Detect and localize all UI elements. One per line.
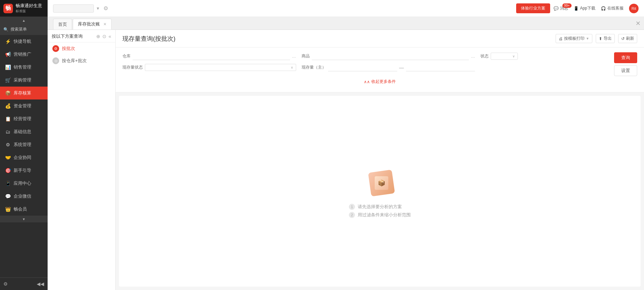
left-panel-item-label: 按仓库+批次 [62, 58, 87, 64]
refresh-btn[interactable]: ↺ 刷新 [618, 34, 637, 43]
sidebar-item-newbie[interactable]: 🎯 新手引导 [0, 164, 48, 177]
print-icon: 🖨 [559, 36, 563, 41]
tip-num: 1 [349, 204, 355, 210]
settings-icon[interactable]: ⚙ [3, 281, 8, 287]
sidebar-item-purchase[interactable]: 🛒 采购管理 [0, 74, 48, 87]
left-panel-item-by-batch[interactable]: ⚙ 按批次 [48, 42, 115, 55]
sidebar-item-wechat[interactable]: 💬 企业微信 [0, 190, 48, 203]
sidebar-search-label: 搜索菜单 [11, 26, 27, 32]
sidebar-item-app-center[interactable]: 📱 应用中心 [0, 177, 48, 190]
tab-close-page-icon[interactable]: ✕ [635, 20, 641, 27]
left-panel-collapse-icon[interactable]: « [108, 34, 111, 39]
left-panel-add-icon[interactable]: ⊕ [96, 34, 100, 39]
print-chevron-icon: ▼ [586, 37, 589, 40]
topbar-gear-icon[interactable]: ⚙ [103, 5, 108, 12]
user-avatar-item[interactable]: Rit [629, 4, 639, 13]
sidebar-item-marketing[interactable]: 📢 营销推广 [0, 48, 48, 61]
breadcrumb-input[interactable] [53, 4, 94, 13]
newbie-icon: 🎯 [5, 167, 11, 174]
stock-status-label: 现存量状态 [122, 65, 143, 70]
stock-qty-max-input[interactable] [406, 64, 475, 71]
status-label: 状态 [480, 53, 489, 59]
left-panel: 按以下方案查询 ⊕ ⊙ « ⚙ 按批次⊙ 按仓库+批次 [48, 30, 116, 290]
stock-qty-dash: — [399, 65, 404, 70]
messages-icon: 💬 [554, 6, 559, 11]
topbar: ▼ ⚙ 体验行业方案 💬 消息 99+ 📱 App下载 🎧 在线客服 Rit [48, 0, 644, 17]
sidebar-search-item[interactable]: 🔍 搜索菜单 [0, 24, 48, 35]
filter-stock-status: 现存量状态 ∨ [122, 64, 296, 71]
app-download-item[interactable]: 📱 App下载 [574, 5, 595, 11]
export-btn[interactable]: ⬆ 导出 [596, 34, 615, 43]
filter-row-1: 仓库 … 商品 … 状态 [122, 52, 611, 60]
query-button[interactable]: 查询 [614, 52, 637, 63]
sidebar-item-system[interactable]: ⚙ 系统管理 [0, 138, 48, 151]
sidebar-item-finance[interactable]: 💰 资金管理 [0, 99, 48, 112]
page-header: 现存量查询(按批次) 🖨 按模板打印 ▼ ⬆ 导出 ↺ 刷新 [116, 30, 644, 48]
filter-warehouse: 仓库 … [122, 52, 296, 60]
set-button[interactable]: 设置 [614, 65, 637, 76]
tip-text: 用过滤条件来缩小分析范围 [358, 212, 411, 218]
tab-home[interactable]: 首页 [53, 19, 72, 30]
operation-icon: 📋 [5, 116, 11, 122]
filter-row-2: 现存量状态 ∨ 现存量（主） — [122, 64, 611, 71]
app-download-icon: 📱 [574, 6, 579, 11]
tab-close-icon[interactable]: ✕ [103, 22, 106, 26]
sidebar-item-label: 资金管理 [14, 103, 31, 109]
export-label: 导出 [604, 36, 612, 41]
experience-btn[interactable]: 体验行业方案 [516, 3, 550, 13]
warehouse-input[interactable] [133, 52, 290, 60]
product-label: 商品 [302, 53, 310, 59]
refresh-label: 刷新 [626, 36, 634, 41]
empty-tips: 1 请先选择要分析的方案2 用过滤条件来缩小分析范围 [349, 204, 411, 218]
sidebar-item-sales[interactable]: 📊 销售管理 [0, 61, 48, 74]
tab-inventory-batch[interactable]: 库存批次账 ✕ [73, 19, 112, 30]
enterprise-icon: 🤝 [5, 155, 11, 161]
messages-item[interactable]: 💬 消息 99+ [554, 5, 568, 11]
sidebar-item-operation[interactable]: 📋 经营管理 [0, 112, 48, 125]
messages-badge: 99+ [562, 3, 572, 8]
sidebar-subtitle: 标准版 [16, 9, 42, 14]
sidebar-brand: 畅康通好生意 标准版 [16, 3, 42, 14]
breadcrumb-chevron-icon[interactable]: ▼ [96, 6, 100, 11]
member-icon: 👑 [5, 206, 11, 212]
print-btn[interactable]: 🖨 按模板打印 ▼ [556, 34, 592, 43]
left-panel-title: 按以下方案查询 [52, 33, 83, 39]
stock-qty-label: 现存量（主） [302, 65, 326, 70]
left-panel-item-by-warehouse-batch[interactable]: ⊙ 按仓库+批次 [48, 55, 115, 67]
print-label: 按模板打印 [564, 36, 584, 41]
tip-text: 请先选择要分析的方案 [358, 204, 402, 210]
online-service-item[interactable]: 🎧 在线客服 [601, 5, 624, 11]
main-area: ▼ ⚙ 体验行业方案 💬 消息 99+ 📱 App下载 🎧 在线客服 Rit [48, 0, 644, 290]
warehouse-more-icon[interactable]: … [292, 54, 296, 59]
stock-status-select[interactable]: ∨ [145, 64, 296, 71]
stock-qty-min-input[interactable] [328, 64, 397, 71]
collapse-sidebar-icon[interactable]: ◀◀ [37, 281, 44, 287]
sidebar-scroll-up[interactable]: ▲ [0, 17, 48, 24]
tab-inventory-batch-label: 库存批次账 [78, 21, 100, 27]
sidebar-item-quick-nav[interactable]: ⚡ 快捷导航 [0, 35, 48, 48]
sidebar-item-label: 企业微信 [14, 193, 31, 199]
empty-tip-2: 2 用过滤条件来缩小分析范围 [349, 212, 411, 218]
status-select[interactable]: ∨ [491, 53, 518, 60]
product-more-icon[interactable]: … [471, 54, 475, 59]
topbar-breadcrumb: ▼ ⚙ [53, 4, 513, 13]
inventory-icon: 📦 [5, 90, 11, 96]
page-header-actions: 🖨 按模板打印 ▼ ⬆ 导出 ↺ 刷新 [556, 34, 637, 43]
left-panel-settings-icon[interactable]: ⊙ [102, 34, 106, 39]
sidebar-item-label: 营销推广 [14, 51, 31, 57]
collapse-row[interactable]: ∧∧ 收起更多条件 [122, 76, 637, 87]
sidebar-logo: 畅 [3, 4, 13, 13]
sidebar-scroll-down[interactable]: ▼ [0, 216, 48, 222]
online-service-label: 在线客服 [607, 5, 624, 11]
avatar-initials: Rit [629, 4, 639, 13]
sidebar-item-basic[interactable]: 🗂 基础信息 [0, 125, 48, 138]
left-panel-item-label: 按批次 [62, 46, 75, 52]
tabbar: 首页 库存批次账 ✕ ✕ [48, 17, 644, 30]
product-input[interactable] [312, 52, 469, 60]
sidebar-item-member[interactable]: 👑 畅会员 [0, 203, 48, 216]
sidebar-item-label: 快捷导航 [14, 38, 31, 44]
sidebar: 畅 畅康通好生意 标准版 ▲ 🔍 搜索菜单 ⚡ 快捷导航📢 营销推广📊 销售管理… [0, 0, 48, 290]
by-warehouse-batch-icon: ⊙ [52, 57, 59, 64]
sidebar-item-inventory[interactable]: 📦 库存核算 [0, 87, 48, 99]
sidebar-item-enterprise[interactable]: 🤝 企业协同 [0, 151, 48, 164]
